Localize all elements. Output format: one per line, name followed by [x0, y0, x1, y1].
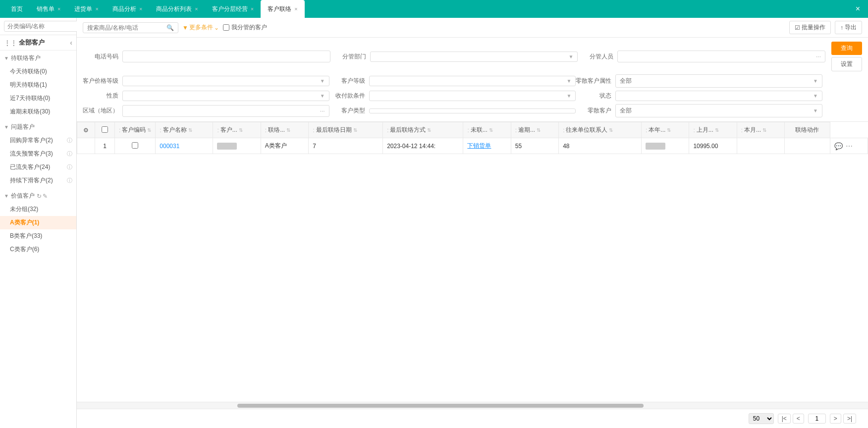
sidebar-item-ungraded[interactable]: 未分组(32) [0, 203, 76, 216]
sidebar-item-b-class[interactable]: B类客户(33) [0, 229, 76, 243]
batch-operation-button[interactable]: ☑ 批量操作 [789, 21, 831, 34]
payment-select[interactable]: ▼ [369, 91, 576, 101]
sidebar-item-a-class[interactable]: A类客户(1) [0, 216, 76, 229]
status-select[interactable]: ▼ [615, 91, 822, 101]
person-select[interactable]: ··· [617, 51, 825, 62]
sidebar-search-input[interactable] [4, 21, 85, 32]
th-gear[interactable]: ⚙ [77, 122, 95, 138]
sidebar-item-7days[interactable]: 近7天待联络(0) [0, 92, 76, 105]
page-number-input[interactable] [808, 414, 826, 424]
dept-select[interactable]: ▼ [370, 52, 578, 62]
nav-home[interactable]: 首页 [4, 0, 30, 18]
retail-attr-select[interactable]: 全部 ▼ [615, 74, 822, 88]
sort-tmonth-icon[interactable]: ⇅ [762, 127, 766, 133]
nav-sales[interactable]: 销售单 × [30, 0, 67, 18]
col-date-separator: : [313, 127, 314, 134]
sort-year-icon[interactable]: ⇅ [667, 127, 671, 133]
filter-row-2: 客户价格等级 ▼ 客户等级 ▼ 零散客户属性 全部 [83, 74, 862, 88]
close-sales-tab[interactable]: × [57, 6, 60, 12]
price-level-chevron-icon: ▼ [320, 78, 325, 84]
sort-overdue-icon[interactable]: ⇅ [537, 127, 541, 133]
sidebar-group-pending[interactable]: ▼ 待联络客户 [0, 52, 76, 65]
select-all-checkbox[interactable] [102, 126, 108, 133]
sort-date-icon[interactable]: ⇅ [353, 127, 357, 133]
horizontal-scrollbar[interactable] [77, 402, 868, 409]
per-page-select[interactable]: 50 100 200 [749, 413, 774, 424]
retail-customer-select[interactable]: 全部 ▼ [615, 104, 822, 117]
sort-contact-icon[interactable]: ⇅ [286, 127, 290, 133]
scroll-thumb[interactable] [237, 404, 644, 408]
edit-value-icon[interactable]: ✎ [43, 193, 48, 200]
col-type-separator: : [217, 127, 218, 134]
phone-input[interactable] [122, 51, 330, 62]
td-check[interactable] [115, 138, 156, 154]
main-search-input[interactable] [87, 24, 166, 31]
close-purchase-tab[interactable]: × [95, 6, 98, 12]
sort-name-icon[interactable]: ⇅ [188, 127, 192, 133]
my-customer-checkbox-area[interactable]: 我分管的客户 [223, 23, 267, 32]
nature-chevron-icon: ▼ [320, 93, 325, 99]
sort-unit-icon[interactable]: ⇅ [609, 127, 613, 133]
nav-product-analysis[interactable]: 商品分析 × [106, 0, 149, 18]
sidebar: 🔍 ⋮⋮ 全部客户 ‹ ▼ 待联络客户 今天待联络(0) 明天待联络(1) 近7… [0, 18, 77, 428]
sidebar-item-c-class[interactable]: C类客户(6) [0, 243, 76, 256]
more-action-icon[interactable]: ⋯ [846, 142, 853, 150]
customer-level-select[interactable]: ▼ [369, 76, 576, 86]
sidebar-item-today[interactable]: 今天待联络(0) [0, 65, 76, 78]
sort-no-contact-icon[interactable]: ⇅ [489, 127, 493, 133]
export-button[interactable]: ↑ 导出 [835, 21, 862, 34]
nav-customer-tier[interactable]: 客户分层经营 × [205, 0, 261, 18]
sidebar-item-tomorrow[interactable]: 明天待联络(1) [0, 78, 76, 92]
nature-select[interactable]: ▼ [122, 91, 329, 101]
arrow-pending-icon: ▼ [4, 55, 9, 61]
global-close-button[interactable]: × [852, 4, 864, 13]
td-last-date: 2023-04-12 14:44: [383, 138, 463, 154]
sidebar-group-value[interactable]: ▼ 价值客户 ↻ ✎ [0, 189, 76, 203]
filter-icon: ▼ [182, 24, 188, 31]
sidebar-all-customers-label[interactable]: 全部客户 [19, 38, 45, 47]
region-select[interactable]: ··· [122, 105, 329, 117]
close-product-tab[interactable]: × [139, 6, 142, 12]
setting-button[interactable]: 设置 [831, 57, 862, 71]
sidebar-item-declining[interactable]: 持续下滑客户(2) ⓘ [0, 174, 76, 187]
sort-method-icon[interactable]: ⇅ [427, 127, 431, 133]
last-page-button[interactable]: >| [843, 414, 856, 424]
nav-product-analysis-list[interactable]: 商品分析列表 × [149, 0, 205, 18]
th-action: 联络动作 [785, 122, 830, 138]
pagination: 50 100 200 |< < > >| [77, 409, 868, 428]
bottom-area: 50 100 200 |< < > >| [77, 402, 868, 428]
first-page-button[interactable]: |< [778, 414, 791, 424]
close-product-list-tab[interactable]: × [195, 6, 198, 12]
th-this-month: : 本月... ⇅ [737, 122, 784, 138]
customer-type-select[interactable] [369, 108, 576, 113]
th-check[interactable] [95, 122, 115, 138]
main-search-icon[interactable]: 🔍 [166, 24, 174, 31]
sidebar-item-churned[interactable]: 已流失客户(24) ⓘ [0, 160, 76, 174]
more-filters-button[interactable]: ▼ 更多条件 ⌄ [182, 23, 219, 32]
refresh-value-icon[interactable]: ↻ [37, 193, 42, 200]
my-customer-checkbox[interactable] [223, 24, 229, 31]
contact-action-icon[interactable]: 💬 [834, 142, 843, 150]
prev-page-button[interactable]: < [793, 414, 804, 424]
sidebar-group-problem[interactable]: ▼ 问题客户 [0, 120, 76, 134]
td-last-method[interactable]: 下销货单 [463, 138, 511, 154]
sort-lmonth-icon[interactable]: ⇅ [715, 127, 719, 133]
close-customer-contact-tab[interactable]: × [294, 6, 297, 12]
nav-customer-contact[interactable]: 客户联络 × [261, 0, 304, 18]
sidebar-collapse-button[interactable]: ‹ [70, 39, 72, 47]
sidebar-item-overdue[interactable]: 逾期未联络(30) [0, 105, 76, 118]
query-button[interactable]: 查询 [831, 42, 862, 55]
nav-purchase[interactable]: 进货单 × [67, 0, 105, 18]
td-code[interactable]: 000031 [156, 138, 213, 154]
td-unit-contact: RE . [642, 138, 689, 154]
filter-phone: 电话号码 [83, 51, 330, 62]
sort-code-icon[interactable]: ⇅ [147, 127, 151, 133]
price-level-select[interactable]: ▼ [122, 76, 329, 86]
sidebar-item-churn-warning[interactable]: 流失预警客户(3) ⓘ [0, 147, 76, 160]
arrow-problem-icon: ▼ [4, 124, 9, 130]
row-checkbox[interactable] [132, 142, 138, 149]
sidebar-item-abnormal[interactable]: 回购异常客户(2) ⓘ [0, 134, 76, 147]
close-customer-tier-tab[interactable]: × [251, 6, 254, 12]
next-page-button[interactable]: > [830, 414, 841, 424]
sort-type-icon[interactable]: ⇅ [239, 127, 243, 133]
